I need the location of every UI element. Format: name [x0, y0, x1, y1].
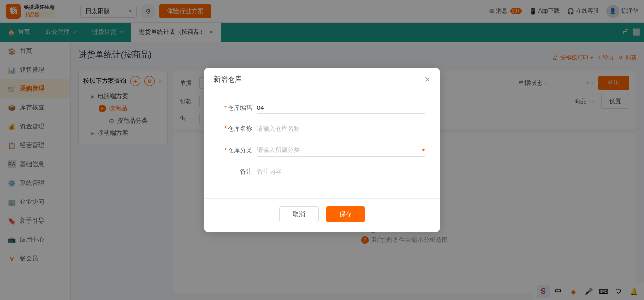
code-label: *仓库编码 — [219, 104, 252, 112]
save-button[interactable]: 保存 — [326, 206, 365, 222]
cancel-button[interactable]: 取消 — [279, 206, 319, 222]
required-mark-code: * — [224, 104, 227, 111]
modal-title: 新增仓库 — [214, 75, 242, 84]
modal-header: 新增仓库 ✕ — [204, 68, 440, 91]
required-mark-name: * — [224, 125, 227, 132]
required-mark-category: * — [224, 147, 227, 154]
name-label: *仓库名称 — [219, 125, 252, 133]
modal-body: *仓库编码 *仓库名称 *仓库分类 请输入所属分类 ▾ — [204, 91, 440, 198]
modal-overlay: 新增仓库 ✕ *仓库编码 *仓库名称 *仓库分类 — [0, 0, 644, 300]
category-label: *仓库分类 — [219, 146, 252, 155]
remark-label: 备注 — [219, 167, 252, 176]
form-row-name: *仓库名称 — [219, 123, 425, 134]
category-dropdown-arrow: ▾ — [422, 147, 425, 153]
form-row-remark: 备注 — [219, 166, 425, 177]
warehouse-category-select[interactable]: 请输入所属分类 ▾ — [257, 144, 425, 157]
warehouse-name-input[interactable] — [257, 123, 425, 134]
modal-add-warehouse: 新增仓库 ✕ *仓库编码 *仓库名称 *仓库分类 — [204, 68, 440, 232]
category-placeholder: 请输入所属分类 — [257, 146, 300, 154]
form-row-code: *仓库编码 — [219, 102, 425, 114]
warehouse-remark-input[interactable] — [257, 166, 425, 177]
warehouse-code-input[interactable] — [257, 102, 425, 114]
modal-footer: 取消 保存 — [204, 198, 440, 232]
modal-close-button[interactable]: ✕ — [424, 75, 430, 84]
form-row-category: *仓库分类 请输入所属分类 ▾ — [219, 144, 425, 157]
